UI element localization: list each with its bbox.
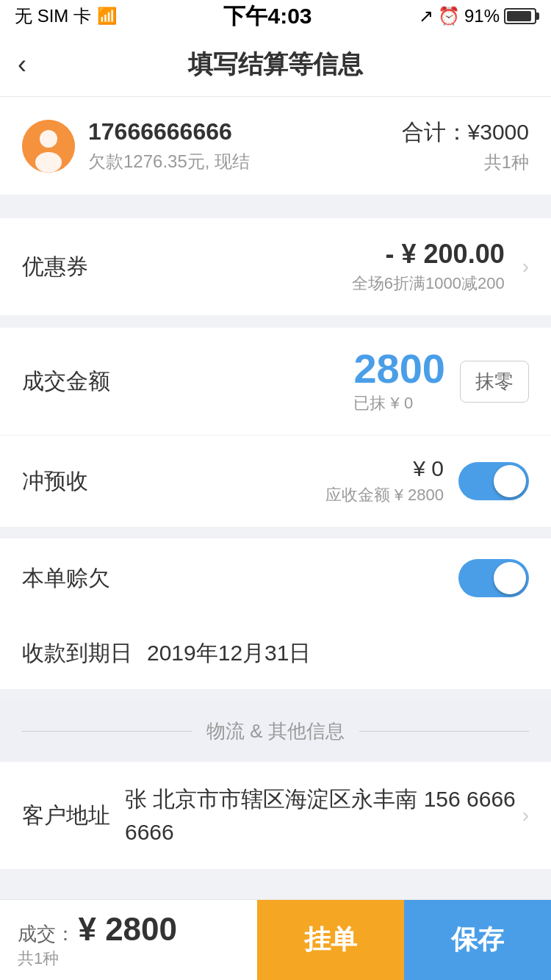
discount-detail: 全场6折满1000减200 <box>352 273 505 295</box>
header-line-left <box>22 731 192 732</box>
customer-left: 17666666666 欠款1276.35元, 现结 <box>22 118 250 173</box>
hang-order-button[interactable]: 挂单 <box>257 900 404 981</box>
discount-label: 优惠券 <box>22 252 88 282</box>
deal-amount-value: 2800 <box>353 348 445 389</box>
location-icon: ↗ <box>419 6 433 26</box>
logistics-header-text: 物流 & 其他信息 <box>192 718 359 744</box>
divider-4 <box>0 689 551 701</box>
prepay-toggle[interactable] <box>458 462 529 500</box>
save-button[interactable]: 保存 <box>404 900 551 981</box>
battery-percent: 91% <box>464 6 500 26</box>
bottom-deal-label: 成交： <box>18 923 75 945</box>
status-time: 下午4:03 <box>223 1 311 32</box>
debit-row: 本单赊欠 <box>0 538 551 618</box>
prepay-row: 冲预收 ¥ 0 应收金额 ¥ 2800 <box>0 436 551 527</box>
svg-point-2 <box>35 152 62 173</box>
address-chevron-icon: › <box>522 804 529 827</box>
wifi-icon: 📶 <box>97 7 117 26</box>
customer-phone: 17666666666 <box>88 118 250 145</box>
address-label: 客户地址 <box>22 801 110 831</box>
no-sim-label: 无 SIM 卡 <box>15 4 91 28</box>
header-line-right <box>359 731 529 732</box>
debit-toggle[interactable] <box>458 559 529 597</box>
deal-amount-sub: 已抹 ¥ 0 <box>353 392 445 414</box>
bottom-deal-amount: ¥ 2800 <box>78 911 177 947</box>
duedate-row: 收款到期日 2019年12月31日 <box>0 618 551 689</box>
prepay-amount: ¥ 0 <box>325 456 444 481</box>
alarm-icon: ⏰ <box>438 6 460 26</box>
total-count: 共1种 <box>402 151 529 174</box>
discount-right: - ¥ 200.00 全场6折满1000减200 › <box>352 239 529 295</box>
debit-toggle-knob <box>494 562 526 594</box>
page-title: 填写结算等信息 <box>188 48 363 82</box>
prepay-total: 应收金额 ¥ 2800 <box>325 484 444 506</box>
bottom-deal-count: 共1种 <box>18 948 240 970</box>
deal-amount-row: 成交金额 2800 已抹 ¥ 0 抹零 <box>0 328 551 436</box>
toggle-knob <box>494 465 526 497</box>
avatar <box>22 120 75 173</box>
logistics-section-header: 物流 & 其他信息 <box>0 701 551 762</box>
prepay-right: ¥ 0 应收金额 ¥ 2800 <box>325 456 529 506</box>
customer-info: 17666666666 欠款1276.35元, 现结 <box>88 118 250 173</box>
divider-1 <box>0 206 551 218</box>
back-button[interactable]: ‹ <box>18 49 26 80</box>
nav-bar: ‹ 填写结算等信息 <box>0 32 551 97</box>
status-right: ↗ ⏰ 91% <box>419 6 536 26</box>
divider-2 <box>0 316 551 328</box>
main-content: 17666666666 欠款1276.35元, 现结 合计：¥3000 共1种 … <box>0 97 551 980</box>
battery-icon <box>504 8 536 24</box>
customer-right: 合计：¥3000 共1种 <box>402 118 529 174</box>
customer-sub: 欠款1276.35元, 现结 <box>88 150 250 173</box>
bottom-bar: 成交： ¥ 2800 共1种 挂单 保存 <box>0 899 551 980</box>
round-zero-button[interactable]: 抹零 <box>460 361 529 403</box>
customer-card: 17666666666 欠款1276.35元, 现结 合计：¥3000 共1种 <box>0 97 551 195</box>
deal-amount-right: 2800 已抹 ¥ 0 抹零 <box>353 348 529 414</box>
duedate-label: 收款到期日 <box>22 638 132 669</box>
status-left: 无 SIM 卡 📶 <box>15 4 117 28</box>
divider-3 <box>0 527 551 538</box>
svg-point-1 <box>40 130 57 148</box>
discount-row[interactable]: 优惠券 - ¥ 200.00 全场6折满1000减200 › <box>0 218 551 316</box>
total-amount: 合计：¥3000 <box>402 118 529 148</box>
address-row[interactable]: 客户地址 张 北京市市辖区海淀区永丰南 156 6666 6666 › <box>0 762 551 869</box>
status-bar: 无 SIM 卡 📶 下午4:03 ↗ ⏰ 91% <box>0 0 551 32</box>
duedate-value: 2019年12月31日 <box>147 638 311 669</box>
prepay-label: 冲预收 <box>22 466 88 497</box>
debit-label: 本单赊欠 <box>22 563 110 594</box>
deal-amount-label: 成交金额 <box>22 367 110 397</box>
address-value: 张 北京市市辖区海淀区永丰南 156 6666 6666 <box>125 782 516 849</box>
chevron-right-icon: › <box>522 255 529 278</box>
prepay-values: ¥ 0 应收金额 ¥ 2800 <box>325 456 444 506</box>
bottom-deal-info: 成交： ¥ 2800 共1种 <box>0 911 257 970</box>
discount-amount: - ¥ 200.00 <box>352 239 505 270</box>
